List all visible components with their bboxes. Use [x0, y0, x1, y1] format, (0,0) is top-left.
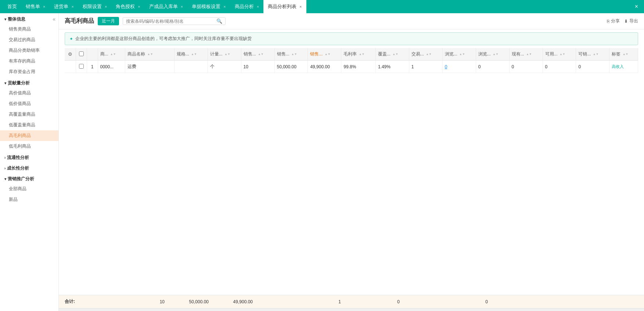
sort-icon-sales-qty[interactable]: ▲▼ [258, 53, 264, 56]
sidebar-item-low-margin[interactable]: 低毛利商品 [0, 141, 58, 152]
sidebar-item-stocked-goods[interactable]: 有库存的商品 [0, 56, 58, 66]
col-sales-qty[interactable]: 销售... ▲▼ [241, 48, 274, 61]
sort-icon-current-stock[interactable]: ▲▼ [526, 53, 532, 56]
period-button-month[interactable]: 近一月 [98, 17, 119, 25]
bottom-scrollbar[interactable] [59, 308, 644, 311]
nav-permission-settings[interactable]: 权限设置 × [78, 0, 111, 13]
sidebar-group-contribution[interactable]: ▾ 贡献量分析 [0, 77, 58, 88]
col-sales-profit[interactable]: 销售... ▲▼ [308, 48, 341, 61]
nav-product-analysis-list[interactable]: 商品分析列表 × [263, 0, 306, 13]
col-coverage[interactable]: 覆盖... ▲▼ [375, 48, 409, 61]
row-available: 0 [543, 61, 576, 73]
notice-bar: ✦ 企业的主要的利润都是这部分商品创造的，可考虑加大推广，同时关注库存量不要出现… [65, 32, 638, 45]
row-browse1[interactable]: 0 [442, 61, 476, 73]
sidebar-group-liquidity[interactable]: › 流通性分析 [0, 152, 58, 162]
col-tag[interactable]: 标签 ▲▼ [609, 48, 638, 61]
sort-icon-available[interactable]: ▲▼ [560, 53, 565, 56]
row-coverage: 1.49% [375, 61, 409, 73]
footer-values: 10 50,000.00 49,900.00 1 0 0 [97, 299, 494, 304]
sidebar-item-all-goods[interactable]: 全部商品 [0, 184, 58, 194]
sidebar-item-stock-capital[interactable]: 库存资金占用 [0, 66, 58, 77]
col-browse2[interactable]: 浏览... ▲▼ [476, 48, 509, 61]
browse1-link[interactable]: 0 [445, 64, 447, 69]
col-sellable[interactable]: 可销... ▲▼ [576, 48, 609, 61]
sidebar-collapse-button[interactable]: « [53, 16, 55, 22]
sort-icon-name[interactable]: ▲▼ [147, 53, 153, 56]
sidebar-group-overall-info[interactable]: ▾ 整体信息 [0, 13, 58, 24]
sort-icon-gross-rate[interactable]: ▲▼ [359, 53, 365, 56]
col-gross-rate[interactable]: 毛利率 ▲▼ [341, 48, 376, 61]
sort-icon-unit[interactable]: ▲▼ [224, 53, 230, 56]
close-product-analysis[interactable]: × [257, 4, 259, 9]
arrow-icon-5: ▾ [4, 177, 6, 181]
sidebar-item-low-coverage[interactable]: 低覆盖量商品 [0, 120, 58, 130]
sort-icon-code[interactable]: ▲▼ [110, 53, 116, 56]
sort-icon-tag[interactable]: ▲▼ [623, 53, 629, 56]
export-button[interactable]: ⬇ 导出 [624, 18, 638, 24]
table-wrapper[interactable]: ⚙ 商... ▲▼ 商品名称 ▲▼ [59, 48, 644, 295]
col-available[interactable]: 可用... ▲▼ [543, 48, 576, 61]
col-current-stock[interactable]: 现有... ▲▼ [509, 48, 543, 61]
col-browse1[interactable]: 浏览... ▲▼ [442, 48, 476, 61]
row-select-checkbox[interactable] [79, 64, 84, 69]
col-unit[interactable]: 计量... ▲▼ [208, 48, 241, 61]
close-template-settings[interactable]: × [223, 4, 226, 9]
row-checkbox[interactable] [76, 61, 87, 73]
close-permission-settings[interactable]: × [105, 4, 107, 9]
sidebar-item-sales-goods[interactable]: 销售类商品 [0, 24, 58, 35]
sort-icon-spec[interactable]: ▲▼ [191, 53, 197, 56]
sidebar-group-growth[interactable]: › 成长性分析 [0, 162, 58, 173]
table-footer: 合计: 10 50,000.00 49,900.00 1 0 0 [59, 295, 644, 308]
sidebar-item-low-value[interactable]: 低价值商品 [0, 98, 58, 109]
nav-sales-order[interactable]: 销售单 × [21, 0, 50, 13]
page-title: 高毛利商品 [65, 17, 94, 25]
row-current-stock: 0 [509, 61, 543, 73]
close-purchase-order[interactable]: × [71, 4, 73, 9]
sidebar-item-high-value[interactable]: 高价值商品 [0, 88, 58, 98]
nav-template-settings[interactable]: 单据模板设置 × [187, 0, 230, 13]
nav-role-auth[interactable]: 角色授权 × [111, 0, 144, 13]
sidebar-item-high-coverage[interactable]: 高覆盖量商品 [0, 109, 58, 120]
sort-icon-sellable[interactable]: ▲▼ [593, 53, 599, 56]
col-spec[interactable]: 规格... ▲▼ [174, 48, 208, 61]
col-name[interactable]: 商品名称 ▲▼ [125, 48, 174, 61]
footer-empty5 [435, 299, 464, 304]
sort-icon-sales-amount[interactable]: ▲▼ [291, 53, 297, 56]
row-browse2: 0 [476, 61, 509, 73]
row-unit: 个 [208, 61, 241, 73]
close-product-analysis-list[interactable]: × [299, 4, 302, 9]
col-settings[interactable]: ⚙ [65, 48, 76, 61]
sort-icon-trade[interactable]: ▲▼ [426, 53, 432, 56]
sidebar: « ▾ 整体信息 销售类商品 交易过的商品 商品分类助销率 有库存的商品 库存资… [0, 13, 59, 311]
notice-text: 企业的主要的利润都是这部分商品创造的，可考虑加大推广，同时关注库存量不要出现缺货 [75, 36, 252, 42]
row-spec [174, 61, 208, 73]
sort-icon-sales-profit[interactable]: ▲▼ [325, 53, 331, 56]
close-product-inbound[interactable]: × [181, 4, 183, 9]
sidebar-item-new-products[interactable]: 新品 [0, 194, 58, 205]
col-code[interactable]: 商... ▲▼ [98, 48, 125, 61]
nav-product-analysis[interactable]: 商品分析 × [230, 0, 263, 13]
sidebar-item-traded-goods[interactable]: 交易过的商品 [0, 35, 58, 45]
table-row: 1 0000... 运费 个 10 50,000.00 49,900.00 99… [65, 61, 638, 73]
nav-product-inbound[interactable]: 产成品入库单 × [145, 0, 187, 13]
search-icon[interactable]: 🔍 [216, 18, 222, 24]
nav-home[interactable]: 首页 [3, 0, 21, 13]
select-all-checkbox[interactable] [79, 51, 84, 56]
close-role-auth[interactable]: × [138, 4, 140, 9]
sort-icon-browse2[interactable]: ▲▼ [493, 53, 499, 56]
col-trade[interactable]: 交易... ▲▼ [409, 48, 442, 61]
sidebar-item-high-margin[interactable]: 高毛利商品 [0, 130, 58, 141]
sort-icon-browse1[interactable]: ▲▼ [459, 53, 465, 56]
nav-purchase-order[interactable]: 进货单 × [50, 0, 78, 13]
footer-sellable: 0 [464, 299, 494, 304]
share-button[interactable]: ⎘ 分享 [607, 18, 620, 24]
sidebar-group-marketing[interactable]: ▾ 营销推广分析 [0, 173, 58, 184]
settings-icon[interactable]: ⚙ [68, 51, 72, 57]
sort-icon-coverage[interactable]: ▲▼ [392, 53, 398, 56]
sidebar-item-category-sales-rate[interactable]: 商品分类助销率 [0, 45, 58, 56]
close-sales-order[interactable]: × [43, 4, 45, 9]
window-close-button[interactable]: × [632, 3, 641, 10]
col-checkbox[interactable] [76, 48, 87, 61]
search-input[interactable] [126, 19, 215, 24]
col-sales-amount[interactable]: 销售... ▲▼ [274, 48, 308, 61]
